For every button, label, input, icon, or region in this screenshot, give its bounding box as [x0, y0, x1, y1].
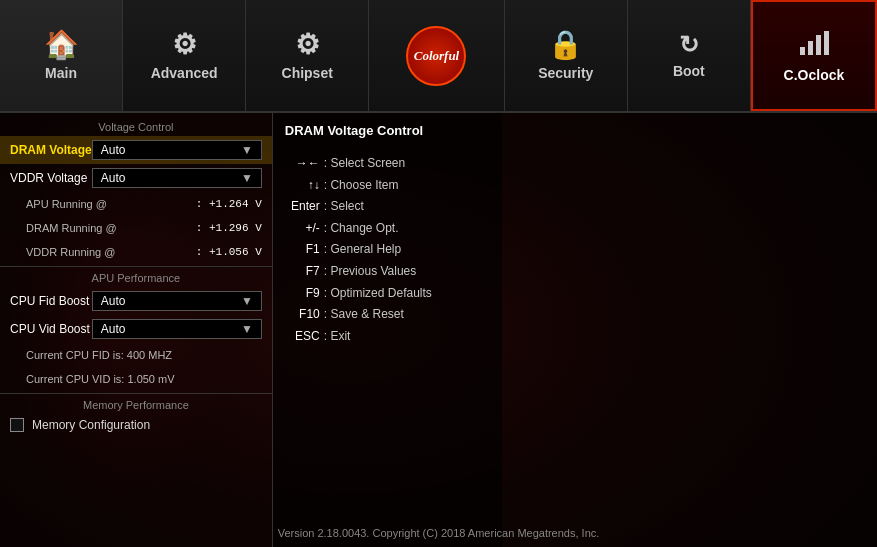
shortcut-key: +/- [285, 218, 320, 240]
current-cpu-fid-row: Current CPU FID is: 400 MHZ [0, 343, 272, 367]
shortcut-desc: : Choose Item [324, 175, 399, 197]
nav-item-boot[interactable]: ↻ Boot [628, 0, 751, 111]
cpu-vid-boost-row[interactable]: CPU Vid Boost Auto ▼ [0, 315, 272, 343]
shortcut-row: +/-: Change Opt. [285, 218, 490, 240]
shortcut-key: ↑↓ [285, 175, 320, 197]
svg-rect-1 [808, 41, 813, 55]
shortcut-key: Enter [285, 196, 320, 218]
cpu-vid-boost-label: CPU Vid Boost [10, 322, 92, 336]
cpu-fid-boost-label: CPU Fid Boost [10, 294, 92, 308]
nav-label-security: Security [538, 65, 593, 81]
vddr-running-value: : +1.056 V [196, 246, 262, 258]
nav-label-coclock: C.Oclock [784, 67, 845, 83]
cpu-fid-boost-row[interactable]: CPU Fid Boost Auto ▼ [0, 287, 272, 315]
shortcuts-list: →←: Select Screen↑↓: Choose ItemEnter: S… [285, 153, 490, 347]
dropdown-arrow-icon-2: ▼ [241, 171, 253, 185]
vddr-voltage-label: VDDR Voltage [10, 171, 92, 185]
shortcut-row: F7: Previous Values [285, 261, 490, 283]
memory-config-checkbox[interactable] [10, 418, 24, 432]
cpu-fid-dropdown[interactable]: Auto ▼ [92, 291, 262, 311]
nav-label-advanced: Advanced [151, 65, 218, 81]
shortcut-row: ESC: Exit [285, 326, 490, 348]
vddr-voltage-dropdown[interactable]: Auto ▼ [92, 168, 262, 188]
nav-label-chipset: Chipset [282, 65, 333, 81]
nav-label-boot: Boot [673, 63, 705, 79]
apu-running-row: APU Running @ : +1.264 V [0, 192, 272, 216]
footer: Version 2.18.0043. Copyright (C) 2018 Am… [0, 527, 877, 539]
current-cpu-fid-label: Current CPU FID is: 400 MHZ [10, 349, 262, 361]
nav-item-main[interactable]: 🏠 Main [0, 0, 123, 111]
shortcut-key: →← [285, 153, 320, 175]
dram-voltage-dropdown[interactable]: Auto ▼ [92, 140, 262, 160]
shortcut-key: F9 [285, 283, 320, 305]
svg-rect-0 [800, 47, 805, 55]
shortcut-row: F10: Save & Reset [285, 304, 490, 326]
dram-voltage-row[interactable]: DRAM Voltage Auto ▼ [0, 136, 272, 164]
current-cpu-vid-label: Current CPU VID is: 1.050 mV [10, 373, 262, 385]
dram-running-row: DRAM Running @ : +1.296 V [0, 216, 272, 240]
right-panel: DRAM Voltage Control →←: Select Screen↑↓… [272, 113, 502, 547]
vddr-running-label: VDDR Running @ [10, 246, 196, 258]
shortcut-key: F7 [285, 261, 320, 283]
boot-icon: ↻ [679, 33, 699, 57]
shortcut-desc: : Previous Values [324, 261, 417, 283]
dram-voltage-label: DRAM Voltage [10, 143, 92, 157]
shortcut-desc: : Optimized Defaults [324, 283, 432, 305]
dram-voltage-value[interactable]: Auto ▼ [92, 140, 262, 160]
shortcut-desc: : Select Screen [324, 153, 405, 175]
nav-logo: Colorful [369, 0, 505, 111]
nav-item-security[interactable]: 🔒 Security [505, 0, 628, 111]
shortcut-desc: : Select [324, 196, 364, 218]
coclock-icon [798, 29, 830, 61]
dram-running-value: : +1.296 V [196, 222, 262, 234]
shortcut-row: F1: General Help [285, 239, 490, 261]
home-icon: 🏠 [44, 31, 79, 59]
brand-logo: Colorful [406, 26, 466, 86]
shortcut-desc: : General Help [324, 239, 401, 261]
apu-perf-section-title: APU Performance [0, 269, 272, 287]
shortcut-desc: : Exit [324, 326, 351, 348]
cpu-vid-dropdown[interactable]: Auto ▼ [92, 319, 262, 339]
apu-running-label: APU Running @ [10, 198, 196, 210]
cpu-vid-boost-value[interactable]: Auto ▼ [92, 319, 262, 339]
nav-bar: 🏠 Main ⚙ Advanced ⚙ Chipset Colorful 🔒 S… [0, 0, 877, 113]
shortcut-desc: : Save & Reset [324, 304, 404, 326]
svg-rect-3 [824, 31, 829, 55]
vddr-voltage-row[interactable]: VDDR Voltage Auto ▼ [0, 164, 272, 192]
dropdown-arrow-icon-3: ▼ [241, 294, 253, 308]
nav-label-main: Main [45, 65, 77, 81]
cpu-fid-boost-value[interactable]: Auto ▼ [92, 291, 262, 311]
memory-perf-section-title: Memory Performance [0, 396, 272, 414]
shortcut-row: →←: Select Screen [285, 153, 490, 175]
shortcut-desc: : Change Opt. [324, 218, 399, 240]
dropdown-arrow-icon-4: ▼ [241, 322, 253, 336]
shortcut-row: F9: Optimized Defaults [285, 283, 490, 305]
current-cpu-vid-row: Current CPU VID is: 1.050 mV [0, 367, 272, 391]
voltage-section-title: Voltage Control [0, 118, 272, 136]
nav-item-chipset[interactable]: ⚙ Chipset [246, 0, 369, 111]
content-area: Voltage Control DRAM Voltage Auto ▼ VDDR… [0, 113, 877, 547]
shortcut-key: F10 [285, 304, 320, 326]
footer-text: Version 2.18.0043. Copyright (C) 2018 Am… [278, 527, 600, 539]
svg-rect-2 [816, 35, 821, 55]
apu-running-value: : +1.264 V [196, 198, 262, 210]
shortcut-key: F1 [285, 239, 320, 261]
nav-item-coclock[interactable]: C.Oclock [751, 0, 877, 111]
chipset-icon: ⚙ [295, 31, 320, 59]
nav-item-advanced[interactable]: ⚙ Advanced [123, 0, 246, 111]
memory-config-row[interactable]: Memory Configuration [0, 414, 272, 436]
dram-running-label: DRAM Running @ [10, 222, 196, 234]
memory-config-label: Memory Configuration [32, 418, 150, 432]
dropdown-arrow-icon: ▼ [241, 143, 253, 157]
shortcut-row: Enter: Select [285, 196, 490, 218]
help-title: DRAM Voltage Control [285, 123, 490, 138]
security-icon: 🔒 [548, 31, 583, 59]
shortcut-key: ESC [285, 326, 320, 348]
vddr-running-row: VDDR Running @ : +1.056 V [0, 240, 272, 264]
left-panel: Voltage Control DRAM Voltage Auto ▼ VDDR… [0, 113, 272, 547]
advanced-icon: ⚙ [172, 31, 197, 59]
shortcut-row: ↑↓: Choose Item [285, 175, 490, 197]
vddr-voltage-value[interactable]: Auto ▼ [92, 168, 262, 188]
